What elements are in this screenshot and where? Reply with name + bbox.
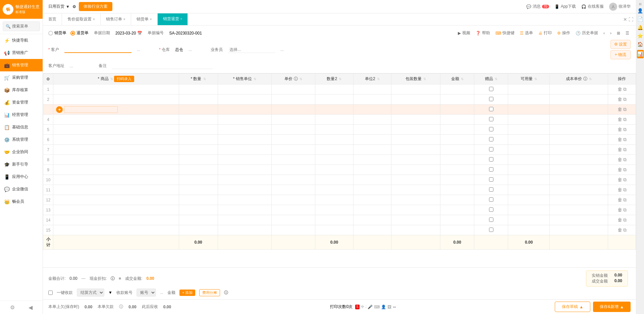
delete-row-icon[interactable]: 🗑 (618, 86, 622, 92)
row-avail-3[interactable] (508, 105, 550, 115)
gift-checkbox-13[interactable] (489, 207, 493, 212)
experience-plan-button[interactable]: 体验行业方案 (79, 2, 112, 11)
gift-checkbox-5[interactable] (489, 127, 493, 131)
delete-row-icon[interactable]: 🗑 (618, 197, 622, 202)
row-qty2-9[interactable] (315, 165, 354, 175)
row-amount-6[interactable] (440, 135, 474, 145)
row-cost-4[interactable] (550, 115, 608, 125)
delete-row-icon[interactable]: 🗑 (618, 97, 622, 102)
sidebar-item-inventory[interactable]: 📦 库存核算 (0, 84, 43, 96)
copy-row-icon[interactable]: ⧉ (623, 217, 627, 223)
row-packqty-4[interactable] (391, 115, 440, 125)
price-sort-icon[interactable]: ⇅ (300, 77, 302, 81)
row-amount-11[interactable] (440, 185, 474, 195)
row-cost-10[interactable] (550, 175, 608, 185)
add-row-button[interactable]: + (56, 106, 63, 113)
row-gift-9[interactable] (474, 165, 508, 175)
row-qty-7[interactable] (179, 145, 218, 155)
avail-sort-icon[interactable]: ⇅ (534, 77, 537, 81)
one-click-payment-checkbox[interactable] (48, 291, 53, 295)
sidebar-item-system[interactable]: ⚙️ 系统管理 (0, 133, 43, 146)
row-qty2-11[interactable] (315, 185, 354, 195)
delete-row-icon[interactable]: 🗑 (618, 167, 622, 172)
row-gift-14[interactable] (474, 215, 508, 225)
row-amount-5[interactable] (440, 125, 474, 135)
row-avail-8[interactable] (508, 155, 550, 165)
col-settings[interactable]: ⚙ (43, 74, 53, 84)
row-qty2-1[interactable] (315, 84, 354, 95)
right-icon-4[interactable]: 🔔 (638, 25, 643, 30)
row-unit-5[interactable] (218, 125, 272, 135)
row-gift-11[interactable] (474, 185, 508, 195)
row-unit-10[interactable] (218, 175, 272, 185)
row-qty-11[interactable] (179, 185, 218, 195)
copy-row-icon[interactable]: ⧉ (623, 117, 627, 122)
row-price-6[interactable] (272, 135, 315, 145)
row-product-10[interactable] (53, 175, 179, 185)
save-new-button[interactable]: 保存&新增 ▲ (593, 302, 631, 312)
row-avail-7[interactable] (508, 145, 550, 155)
row-cost-11[interactable] (550, 185, 608, 195)
row-qty-8[interactable] (179, 155, 218, 165)
row-qty-10[interactable] (179, 175, 218, 185)
row-qty2-13[interactable] (315, 205, 354, 215)
row-packqty-3[interactable] (391, 105, 440, 115)
delete-row-icon[interactable]: 🗑 (618, 147, 622, 152)
app-download-button[interactable]: 📱 App下载 (554, 4, 576, 9)
row-product-5[interactable] (53, 125, 179, 135)
row-qty2-6[interactable] (315, 135, 354, 145)
tab-close-sales-delivery[interactable]: × (150, 17, 152, 21)
row-unit2-8[interactable] (353, 155, 391, 165)
row-amount-4[interactable] (440, 115, 474, 125)
search-menu-button[interactable]: 🔍 搜索菜单 (3, 21, 40, 31)
row-product-8[interactable] (53, 155, 179, 165)
row-qty2-3[interactable] (315, 105, 354, 115)
row-product-7[interactable] (53, 145, 179, 155)
delete-row-icon[interactable]: 🗑 (618, 227, 622, 233)
copy-row-icon[interactable]: ⧉ (623, 107, 627, 112)
qty2-sort-icon[interactable]: ⇅ (339, 77, 341, 81)
row-unit2-7[interactable] (353, 145, 391, 155)
row-product-9[interactable] (53, 165, 179, 175)
copy-row-icon[interactable]: ⧉ (623, 147, 627, 152)
row-price-11[interactable] (272, 185, 315, 195)
warehouse-more-icon[interactable]: ... (189, 47, 192, 52)
copy-row-icon[interactable]: ⧉ (623, 207, 627, 212)
row-avail-4[interactable] (508, 115, 550, 125)
row-gift-4[interactable] (474, 115, 508, 125)
row-packqty-2[interactable] (391, 95, 440, 105)
row-product-6[interactable] (53, 135, 179, 145)
salesperson-input[interactable] (228, 47, 275, 53)
row-qty-1[interactable] (179, 84, 218, 95)
row-packqty-6[interactable] (391, 135, 440, 145)
row-gift-12[interactable] (474, 195, 508, 205)
row-packqty-5[interactable] (391, 125, 440, 135)
row-packqty-8[interactable] (391, 155, 440, 165)
row-unit-3[interactable] (218, 105, 272, 115)
row-unit-7[interactable] (218, 145, 272, 155)
user-info[interactable]: 人 徐泽华 (609, 3, 631, 11)
copy-row-icon[interactable]: ⧉ (623, 167, 627, 172)
unit2-sort-icon[interactable]: ⇅ (377, 77, 380, 81)
row-amount-15[interactable] (440, 225, 474, 235)
sidebar-item-purchase[interactable]: 🛒 采购管理 (0, 71, 43, 84)
right-icon-7[interactable]: 📊 (637, 50, 644, 58)
copy-row-icon[interactable]: ⧉ (623, 86, 627, 92)
select-order-btn[interactable]: ☰ 选单 (519, 29, 534, 37)
row-avail-2[interactable] (508, 95, 550, 105)
tab-close-sales-return[interactable]: × (180, 17, 182, 21)
tab-price-setting[interactable]: 售价提取设置 × (62, 13, 101, 25)
tab-sales-return[interactable]: 销货退货 × (158, 13, 188, 25)
copy-row-icon[interactable]: ⧉ (623, 127, 627, 132)
bank-more-icon[interactable]: ... (160, 290, 163, 295)
row-amount-9[interactable] (440, 165, 474, 175)
row-qty-3[interactable] (179, 105, 218, 115)
row-price-15[interactable] (272, 225, 315, 235)
sidebar-item-member[interactable]: 👑 畅会员 (0, 195, 43, 208)
collapse-sidebar-icon[interactable]: ◀ (29, 304, 33, 311)
list-view-btn[interactable]: ☰ (624, 30, 631, 36)
copy-row-icon[interactable]: ⧉ (623, 97, 627, 102)
row-amount-3[interactable] (440, 105, 474, 115)
row-packqty-9[interactable] (391, 165, 440, 175)
gift-checkbox-8[interactable] (489, 157, 493, 162)
